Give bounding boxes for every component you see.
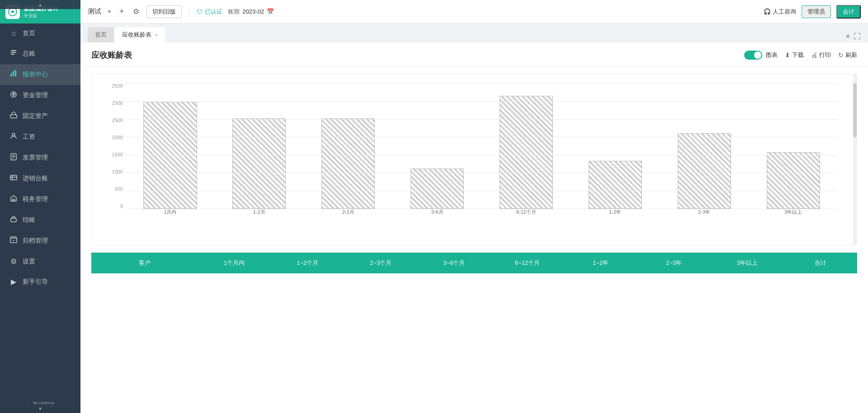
guide-icon: ▶ [9,277,18,286]
grid-line-1 [126,83,838,84]
svg-rect-5 [13,72,14,76]
sidebar-item-close[interactable]: 结账 [0,210,80,230]
tab-home[interactable]: 首页 [88,27,114,42]
sidebar-item-assets[interactable]: 固定资产 [0,106,80,127]
grid-line-2 [126,101,838,102]
invoice-icon [9,153,18,162]
tab-close-icon[interactable]: × [155,32,158,38]
th-customer: 客户 [91,253,198,273]
sidebar-item-reports[interactable]: 报表中心 [0,64,80,85]
sidebar-scroll-up[interactable]: ▲ [0,0,80,9]
topbar: 测试 ▼ + ⚙ 切到旧版 🛡 已认证 账期 2023-02 📅 🎧 人工咨询 … [80,0,868,23]
user-button[interactable]: 管理员 [802,5,831,18]
chart-toggle[interactable] [744,51,762,60]
sidebar-item-settings[interactable]: ⚙ 设置 [0,251,80,272]
topbar-right: 🎧 人工咨询 管理员 会计 [764,5,861,19]
print-button[interactable]: 🖨 打印 [811,51,831,59]
th-3y-plus: 3年以上 [711,253,784,273]
sidebar-label-guide: 新手引导 [23,278,48,286]
scrollbar-thumb[interactable] [853,83,857,137]
close-account-icon [9,216,18,225]
sidebar-item-ledger[interactable]: 总账 [0,43,80,64]
headset-icon: 🎧 [764,8,771,15]
svg-rect-1 [11,50,16,51]
download-icon: ⬇ [785,52,790,59]
sidebar-item-guide[interactable]: ▶ 新手引导 [0,272,80,292]
x-label-1-2m: 1-2月 [215,209,304,219]
shield-icon: 🛡 [197,8,203,15]
home-icon: ⌂ [9,29,18,38]
certified-badge: 🛡 已认证 [197,8,222,16]
svg-rect-18 [11,218,16,222]
tax-icon [9,195,18,204]
old-version-button[interactable]: 切到旧版 [146,5,182,18]
svg-rect-17 [13,199,14,201]
sidebar-label-assets: 固定资产 [23,112,48,120]
sidebar-item-archive[interactable]: 归档管理 [0,230,80,251]
print-label: 打印 [819,51,831,59]
topbar-add-button[interactable]: + [118,5,126,18]
bar-chart-container: 2500 2500 2500 2000 1500 1000 500 0 [91,74,857,245]
support-button[interactable]: 🎧 人工咨询 [764,8,796,16]
sidebar-item-purchase[interactable]: 进销台账 [0,168,80,189]
y-label-2500-2: 2500 [105,100,123,106]
sidebar-item-funds[interactable]: 资金管理 [0,85,80,106]
grid-line-8 [126,209,838,209]
settings-icon: ⚙ [9,257,18,266]
svg-rect-6 [15,70,16,76]
content-header: 应收账龄表 图表 ⬇ 下载 🖨 打印 ↻ 刷新 [80,42,868,66]
grid-line-7 [126,191,838,191]
refresh-button[interactable]: ↻ 刷新 [838,51,857,59]
topbar-gear-button[interactable]: ⚙ [131,5,141,18]
topbar-period: 账期 2023-02 📅 [228,8,274,16]
svg-rect-4 [10,74,12,76]
content-actions: 图表 ⬇ 下载 🖨 打印 ↻ 刷新 [744,51,857,60]
svg-rect-2 [11,52,16,53]
sidebar-scroll-down[interactable]: ▼ [0,404,80,413]
x-label-3-6m: 3-6月 [393,209,482,219]
payroll-icon [9,132,18,141]
x-label-3y-plus: 3年以上 [749,209,838,219]
x-label-2-3m: 2-3月 [304,209,393,219]
sidebar-item-payroll[interactable]: 工资 [0,127,80,147]
main-area: 测试 ▼ + ⚙ 切到旧版 🛡 已认证 账期 2023-02 📅 🎧 人工咨询 … [80,0,868,413]
y-label-0: 0 [105,203,123,209]
svg-point-9 [12,133,15,136]
x-label-6-12m: 6-12个月 [482,209,571,219]
sidebar-item-tax[interactable]: 税务管理 [0,189,80,210]
y-label-500: 500 [105,186,123,192]
y-label-1000: 1000 [105,169,123,174]
sidebar-item-home[interactable]: ⌂ 首页 [0,23,80,43]
download-button[interactable]: ⬇ 下载 [785,51,804,59]
role-button[interactable]: 会计 [836,5,861,19]
reports-icon [9,70,18,79]
topbar-title: 测试 [88,7,101,16]
refresh-icon: ↻ [838,52,844,59]
th-2-3y: 2~3年 [637,253,711,273]
tabs-right-actions: × ⛶ [846,33,861,42]
x-label-1m: 1月内 [126,209,215,219]
th-1m: 1个月内 [198,253,271,273]
sidebar-item-invoice[interactable]: 发票管理 [0,147,80,168]
grid-line-6 [126,173,838,173]
grid-line-5 [126,155,838,155]
chart-area: 2500 2500 2500 2000 1500 1000 500 0 [80,66,868,413]
tab-accounts-aging[interactable]: 应收账龄表 × [115,27,165,42]
aging-table: 客户 1个月内 1~2个月 2~3个月 3~6个月 6~12个月 1~2年 2~… [91,253,857,273]
calendar-icon[interactable]: 📅 [267,8,274,15]
x-labels: 1月内 1-2月 2-3月 3-6月 6-12个月 1-2年 2-3年 3年以上 [126,209,838,219]
purchase-icon [9,174,18,183]
tab-minimize-button[interactable]: × [846,33,850,41]
x-label-2-3y: 2-3年 [660,209,749,219]
sidebar-label-reports: 报表中心 [23,70,48,79]
tab-bar: 首页 应收账龄表 × × ⛶ [80,23,868,42]
logo-sub-text: 专业版 [24,13,59,19]
tab-expand-button[interactable]: ⛶ [854,33,861,41]
topbar-divider-1 [189,7,189,16]
sidebar-label-close: 结账 [23,216,35,224]
tab-accounts-aging-label: 应收账龄表 [122,31,151,39]
archive-icon [9,236,18,245]
download-label: 下载 [792,51,804,59]
table-header-row: 客户 1个月内 1~2个月 2~3个月 3~6个月 6~12个月 1~2年 2~… [91,253,857,273]
topbar-dropdown-chevron[interactable]: ▼ [107,9,112,15]
